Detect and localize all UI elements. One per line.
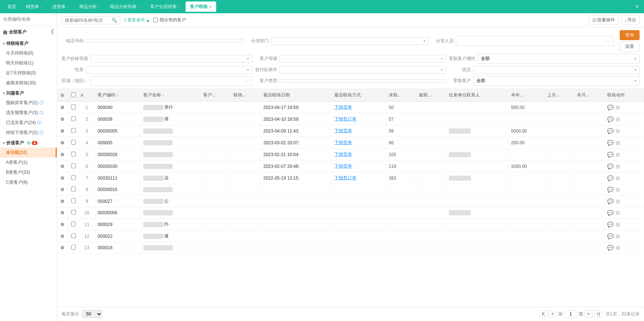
filter-customer-tier-dropdown[interactable]: ▾ bbox=[279, 55, 446, 63]
row-checkbox[interactable] bbox=[68, 137, 78, 149]
row-gear[interactable]: ⚙ bbox=[57, 230, 68, 242]
col-contact[interactable]: 联络... bbox=[231, 89, 261, 102]
pending-contact-title[interactable]: ▾ 待联络客户 bbox=[0, 38, 57, 48]
row-checkbox[interactable] bbox=[68, 184, 78, 195]
refresh-icon[interactable]: ↻ bbox=[27, 141, 31, 146]
grid-icon[interactable]: ⊞ bbox=[616, 245, 620, 251]
col-last-month[interactable]: 上月... bbox=[545, 89, 575, 102]
close-customer-contact-icon[interactable]: × bbox=[209, 4, 211, 9]
window-close-icon[interactable]: × bbox=[633, 3, 641, 10]
col-unit-contact[interactable]: 往来单位联系人 bbox=[447, 89, 509, 102]
chat-icon[interactable]: 💬 bbox=[607, 140, 613, 146]
row-gear[interactable]: ⚙ bbox=[57, 207, 68, 219]
sidebar-item-churn-warning[interactable]: 流失预警客户(3) ⓘ bbox=[0, 108, 57, 118]
col-overdue[interactable]: 逾期... bbox=[416, 89, 447, 102]
row-last-way[interactable]: 下销货单 bbox=[332, 149, 387, 160]
my-customers-checkbox-label[interactable]: 我分管的客户 bbox=[153, 17, 186, 23]
close-customer-tier-icon[interactable]: × bbox=[178, 4, 180, 9]
filter-nature-dropdown[interactable]: ▾ bbox=[86, 66, 252, 74]
row-gear[interactable]: ⚙ bbox=[57, 195, 68, 207]
chat-icon[interactable]: 💬 bbox=[607, 116, 613, 122]
grid-icon[interactable]: ⊞ bbox=[616, 128, 620, 134]
row-last-way[interactable]: 下销货单 bbox=[332, 160, 387, 172]
grid-icon[interactable]: ⊞ bbox=[616, 105, 620, 110]
grid-icon[interactable]: ⊞ bbox=[616, 187, 620, 193]
row-gear[interactable]: ⚙ bbox=[57, 219, 68, 230]
nav-item-sale-order[interactable]: 销货单 × bbox=[21, 1, 47, 12]
chat-icon[interactable]: 💬 bbox=[607, 233, 613, 239]
row-checkbox[interactable] bbox=[68, 195, 78, 207]
row-gear[interactable]: ⚙ bbox=[57, 149, 68, 160]
nav-item-customer-tier[interactable]: 客户分层经客 × bbox=[146, 1, 185, 12]
filter-sparse-customer-dropdown[interactable]: 全部 ▾ bbox=[473, 76, 640, 86]
chat-icon[interactable]: 💬 bbox=[607, 210, 613, 216]
nav-item-home[interactable]: 首页 bbox=[3, 1, 21, 12]
sidebar-item-a-class[interactable]: A类客户(1) bbox=[0, 158, 57, 167]
grid-icon[interactable]: ⊞ bbox=[616, 140, 620, 146]
row-checkbox[interactable] bbox=[68, 207, 78, 219]
row-checkbox[interactable] bbox=[68, 219, 78, 230]
next-page-btn[interactable]: > bbox=[585, 310, 592, 318]
close-product-analysis-icon[interactable]: × bbox=[98, 4, 101, 9]
row-checkbox[interactable] bbox=[68, 102, 78, 113]
col-type[interactable]: 客户... bbox=[201, 89, 231, 102]
first-page-btn[interactable]: K bbox=[539, 310, 548, 318]
nav-item-purchase-order[interactable]: 进货单 × bbox=[48, 1, 74, 12]
close-purchase-icon[interactable]: × bbox=[67, 4, 69, 9]
chat-icon[interactable]: 💬 bbox=[607, 105, 613, 110]
nav-item-product-analysis[interactable]: 商品分析 × bbox=[75, 1, 105, 12]
sidebar-item-declining[interactable]: 持续下滑客户(2) ⓘ bbox=[0, 128, 57, 138]
chat-icon[interactable]: 💬 bbox=[607, 128, 613, 134]
row-last-way[interactable]: 下销货单 bbox=[332, 125, 387, 137]
sidebar-item-tomorrow[interactable]: 明天待联络(1) bbox=[0, 58, 57, 68]
grid-icon[interactable]: ⊞ bbox=[616, 222, 620, 227]
row-checkbox[interactable] bbox=[68, 113, 78, 125]
page-size-select[interactable]: 50 100 200 bbox=[82, 310, 102, 318]
all-customers-header[interactable]: ⊞ 全部客户 《 bbox=[0, 25, 57, 38]
grid-icon[interactable]: ⊞ bbox=[616, 163, 620, 169]
col-last-date[interactable]: 最后联络日期 bbox=[261, 89, 332, 102]
sidebar-item-ungroup[interactable]: 未分组(32) bbox=[0, 148, 57, 158]
row-last-way[interactable]: 下销货单 bbox=[332, 137, 387, 149]
row-gear[interactable]: ⚙ bbox=[57, 160, 68, 172]
filter-customer-type-input[interactable] bbox=[279, 79, 446, 83]
export-button[interactable]: ↓ 导出 bbox=[621, 15, 640, 25]
row-last-way[interactable]: 下销售订单 bbox=[332, 172, 387, 184]
grid-icon[interactable]: ⊞ bbox=[616, 152, 620, 158]
reset-button[interactable]: 设置 bbox=[620, 42, 640, 52]
filter-region-dots[interactable]: ··· bbox=[90, 76, 252, 86]
prev-page-btn[interactable]: < bbox=[549, 310, 557, 318]
search-input[interactable] bbox=[65, 18, 110, 23]
col-code[interactable]: 客户编码 ⇅ bbox=[95, 89, 141, 102]
filter-manager-dots[interactable]: ··· bbox=[456, 36, 614, 46]
batch-op-button[interactable]: ☑ 批量操作 bbox=[589, 15, 618, 25]
row-checkbox[interactable] bbox=[68, 125, 78, 137]
my-customers-checkbox[interactable] bbox=[153, 18, 158, 22]
chat-icon[interactable]: 💬 bbox=[607, 222, 613, 227]
row-gear[interactable]: ⚙ bbox=[57, 242, 68, 254]
row-last-way[interactable]: 下销货单 bbox=[332, 102, 387, 113]
chat-icon[interactable]: 💬 bbox=[607, 187, 613, 193]
col-this-month[interactable]: 本月... bbox=[575, 89, 605, 102]
sidebar-search-input[interactable] bbox=[3, 17, 57, 22]
row-gear[interactable]: ⚙ bbox=[57, 137, 68, 149]
sidebar-item-overdue[interactable]: 逾期未联络(30) bbox=[0, 78, 57, 88]
manager-dots-icon[interactable]: ··· bbox=[606, 38, 610, 44]
col-no-contact[interactable]: 未联... bbox=[386, 89, 416, 102]
sidebar-item-7days[interactable]: 近7天待联络(0) bbox=[0, 68, 57, 78]
row-checkbox[interactable] bbox=[68, 230, 78, 242]
col-this-year[interactable]: 本年... bbox=[508, 89, 545, 102]
grid-icon[interactable]: ⊞ bbox=[616, 116, 620, 122]
chat-icon[interactable]: 💬 bbox=[607, 198, 613, 204]
row-gear[interactable]: ⚙ bbox=[57, 113, 68, 125]
sidebar-item-b-class[interactable]: B类客户(33) bbox=[0, 167, 57, 177]
filter-dept-dropdown[interactable]: ▾ bbox=[271, 37, 429, 45]
value-customer-title[interactable]: ▾ 价值客户 ↻ ● bbox=[0, 138, 57, 148]
grid-icon[interactable]: ⊞ bbox=[616, 198, 620, 204]
all-customers-collapse[interactable]: 《 bbox=[48, 28, 54, 36]
chat-icon[interactable]: 💬 bbox=[607, 245, 613, 251]
problem-customer-title[interactable]: ▾ 问题客户 bbox=[0, 88, 57, 98]
row-checkbox[interactable] bbox=[68, 242, 78, 254]
row-checkbox[interactable] bbox=[68, 160, 78, 172]
sidebar-item-c-class[interactable]: C类客户(6) bbox=[0, 177, 57, 187]
